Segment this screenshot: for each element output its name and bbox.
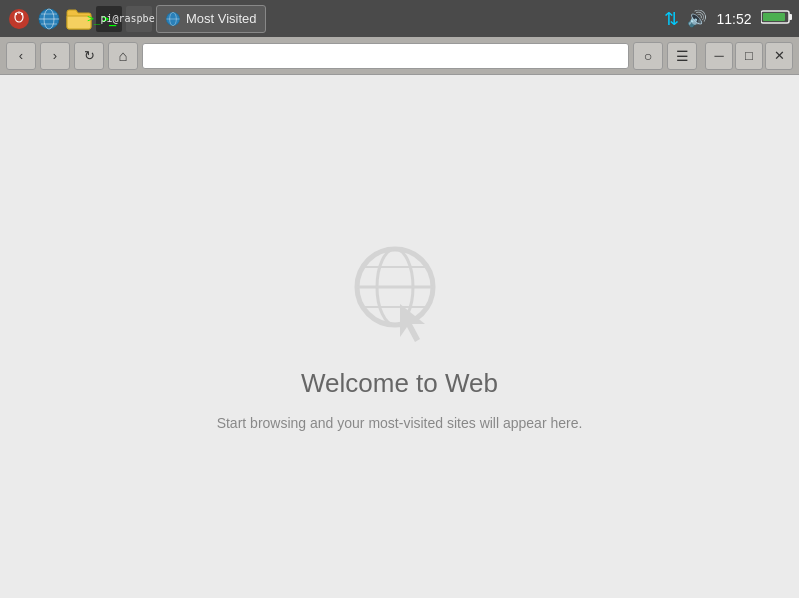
maximize-button[interactable]: □ bbox=[735, 42, 763, 70]
volume-icon[interactable]: 🔊 bbox=[687, 9, 707, 28]
back-icon: ‹ bbox=[19, 48, 23, 63]
svg-point-5 bbox=[39, 9, 59, 29]
taskbar-active-window[interactable]: Most Visited bbox=[156, 5, 266, 33]
svg-point-6 bbox=[44, 9, 54, 29]
browser-content: Welcome to Web Start browsing and your m… bbox=[0, 75, 799, 598]
bookmark-button[interactable]: ○ bbox=[633, 42, 663, 70]
taskbar-icon-terminal-dark[interactable]: >_ bbox=[96, 6, 122, 32]
close-button[interactable]: ✕ bbox=[765, 42, 793, 70]
home-icon: ⌂ bbox=[118, 47, 127, 64]
reload-button[interactable]: ↻ bbox=[74, 42, 104, 70]
back-button[interactable]: ‹ bbox=[6, 42, 36, 70]
home-button[interactable]: ⌂ bbox=[108, 42, 138, 70]
active-window-label: Most Visited bbox=[186, 11, 257, 26]
taskbar-icon-terminal-pi[interactable]: >_ pi@raspberry: ~ bbox=[126, 6, 152, 32]
svg-point-2 bbox=[15, 12, 17, 14]
taskbar-icon-folder[interactable] bbox=[66, 6, 92, 32]
bookmark-icon: ○ bbox=[644, 48, 652, 64]
active-window-icon bbox=[165, 11, 181, 27]
reload-icon: ↻ bbox=[84, 48, 95, 63]
svg-point-0 bbox=[9, 9, 29, 29]
forward-button[interactable]: › bbox=[40, 42, 70, 70]
menu-icon: ☰ bbox=[676, 48, 689, 64]
url-bar[interactable] bbox=[142, 43, 629, 69]
svg-point-3 bbox=[21, 12, 23, 14]
welcome-icon bbox=[345, 242, 455, 352]
system-tray: ⇅ 🔊 11:52 bbox=[664, 8, 793, 30]
svg-rect-15 bbox=[763, 13, 785, 21]
window-controls: ─ □ ✕ bbox=[705, 42, 793, 70]
svg-rect-14 bbox=[789, 14, 792, 20]
menu-button[interactable]: ☰ bbox=[667, 42, 697, 70]
forward-icon: › bbox=[53, 48, 57, 63]
battery-icon bbox=[761, 9, 793, 28]
taskbar: >_ >_ pi@raspberry: ~ Most Visited ⇅ 🔊 1… bbox=[0, 0, 799, 37]
minimize-icon: ─ bbox=[714, 48, 723, 63]
taskbar-icon-globe[interactable] bbox=[36, 6, 62, 32]
minimize-button[interactable]: ─ bbox=[705, 42, 733, 70]
taskbar-icon-raspberry-pi[interactable] bbox=[6, 6, 32, 32]
maximize-icon: □ bbox=[745, 48, 753, 63]
svg-marker-21 bbox=[400, 304, 425, 342]
network-icon[interactable]: ⇅ bbox=[664, 8, 679, 30]
welcome-subtitle: Start browsing and your most-visited sit… bbox=[217, 415, 583, 431]
welcome-title: Welcome to Web bbox=[301, 368, 498, 399]
clock: 11:52 bbox=[715, 11, 753, 27]
svg-point-4 bbox=[18, 12, 20, 14]
browser-window: ‹ › ↻ ⌂ ○ ☰ ─ □ ✕ bbox=[0, 37, 799, 598]
browser-toolbar: ‹ › ↻ ⌂ ○ ☰ ─ □ ✕ bbox=[0, 37, 799, 75]
svg-point-1 bbox=[15, 12, 23, 22]
close-icon: ✕ bbox=[774, 48, 785, 63]
